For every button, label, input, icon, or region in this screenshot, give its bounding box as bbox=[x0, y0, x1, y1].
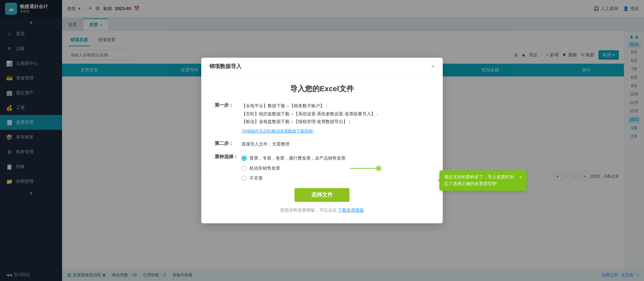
tooltip-line bbox=[350, 168, 377, 169]
radio-option-no-invoice[interactable]: 不开票 bbox=[241, 175, 345, 181]
modal-header: 销项数据导入 × bbox=[201, 58, 443, 76]
radio-circle-car bbox=[241, 166, 247, 171]
step1-content: 【全电平台】数据下载→【税务数字账户】； 【百旺】税控盘数据下载→【系统设置-系… bbox=[241, 102, 429, 135]
modal-close-button[interactable]: × bbox=[431, 63, 435, 70]
modal-body: 导入您的Excel文件 第一步： 【全电平台】数据下载→【税务数字账户】； 【百… bbox=[201, 76, 443, 223]
step1-row: 第一步： 【全电平台】数据下载→【税务数字账户】； 【百旺】税控盘数据下载→【系… bbox=[215, 102, 429, 135]
modal-footer-text: 若您没有发票模版，可以点击 bbox=[280, 208, 337, 213]
tooltip-bubble: × 现在支持的票种多了，导入发票时别忘了选择正确的发票类型呀! bbox=[439, 170, 527, 191]
step1-line2: 【百旺】税控盘数据下载→【系统设置-系统参数设置-发票批量导入】； bbox=[241, 110, 429, 118]
radio-label-no-invoice: 不开票 bbox=[250, 175, 263, 181]
step1-label: 第一步： bbox=[215, 102, 241, 135]
radio-label-general: 普票，专票，卷票，通行费发票，农产品销售发票 bbox=[250, 155, 345, 161]
select-file-button[interactable]: 选择文件 bbox=[294, 188, 350, 202]
tooltip-text: 现在支持的票种多了，导入发票时别忘了选择正确的发票类型呀! bbox=[444, 174, 514, 186]
tooltip-close-button[interactable]: × bbox=[519, 174, 522, 181]
radio-row: 票种选择： 普票，专票，卷票，通行费发票，农产品销售发票 机动车销售发票 bbox=[215, 154, 429, 181]
modal-main-title: 导入您的Excel文件 bbox=[215, 84, 429, 94]
import-modal: 销项数据导入 × 导入您的Excel文件 第一步： 【全电平台】数据下载→【税务… bbox=[201, 58, 443, 223]
radio-label: 票种选择： bbox=[215, 154, 241, 181]
radio-circle-general bbox=[241, 156, 247, 161]
modal-footer: 若您没有发票模版，可以点击 下载发票模版 bbox=[215, 207, 429, 213]
step2-row: 第二步： 直接导入文件，无需整理 bbox=[215, 140, 429, 148]
step2-label: 第二步： bbox=[215, 140, 241, 148]
step1-guide-link[interactable]: (详细操作见百旺/航信发票数据下载指南) bbox=[241, 129, 314, 133]
modal-overlay: 销项数据导入 × 导入您的Excel文件 第一步： 【全电平台】数据下载→【税务… bbox=[0, 0, 644, 281]
step1-line1: 【全电平台】数据下载→【税务数字账户】； bbox=[241, 102, 429, 110]
radio-option-car[interactable]: 机动车销售发票 bbox=[241, 165, 345, 171]
step1-line3: 【航信】金税盘数据下载→【报税管理-发票数据导出】； bbox=[241, 118, 429, 125]
download-template-link[interactable]: 下载发票模版 bbox=[338, 208, 364, 213]
radio-label-car: 机动车销售发票 bbox=[250, 165, 280, 171]
radio-circle-no-invoice bbox=[241, 176, 247, 181]
radio-group: 普票，专票，卷票，通行费发票，农产品销售发票 机动车销售发票 bbox=[241, 155, 345, 181]
modal-title: 销项数据导入 bbox=[209, 63, 241, 70]
radio-option-general[interactable]: 普票，专票，卷票，通行费发票，农产品销售发票 bbox=[241, 155, 345, 161]
step2-content: 直接导入文件，无需整理 bbox=[241, 140, 429, 148]
tooltip-dot bbox=[377, 166, 381, 170]
